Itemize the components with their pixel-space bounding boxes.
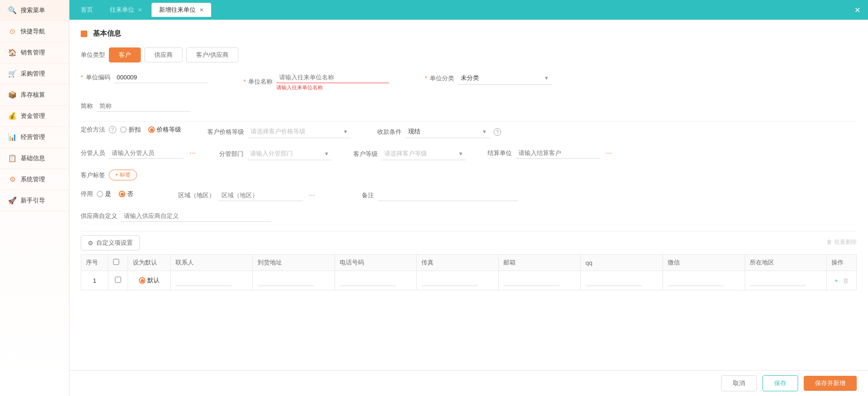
save-new-button[interactable]: 保存并新增: [804, 376, 857, 391]
col-actions: 操作: [827, 255, 857, 271]
wechat-input[interactable]: [668, 275, 724, 286]
row-region-input-field[interactable]: [750, 275, 806, 286]
payment-select[interactable]: 现结 ▼: [405, 125, 490, 138]
sidebar-item-quicknav[interactable]: ⊙ 快捷导航: [0, 21, 69, 42]
row-checkbox[interactable]: [115, 277, 121, 283]
customer-price-placeholder: 请选择客户价格等级: [251, 127, 305, 136]
purchase-icon: 🛒: [8, 69, 17, 78]
sidebar-item-basic[interactable]: 📋 基础信息: [0, 148, 69, 169]
unit-type-customer[interactable]: 客户: [109, 47, 141, 62]
tab-new-counterparty-close[interactable]: ✕: [199, 7, 204, 13]
row-default-circle: [139, 277, 145, 284]
contact-input[interactable]: [175, 275, 232, 286]
row-seq: 1: [81, 271, 108, 290]
col-email: 邮箱: [499, 255, 581, 271]
address-input[interactable]: [258, 275, 314, 286]
disabled-yes[interactable]: 是: [97, 190, 111, 198]
cancel-button[interactable]: 取消: [721, 375, 757, 391]
tab-counterparty-close[interactable]: ✕: [138, 7, 142, 13]
col-contact: 联系人: [170, 255, 252, 271]
code-input[interactable]: [114, 72, 208, 83]
region-dots[interactable]: ···: [307, 191, 317, 200]
sidebar-item-operations[interactable]: 📊 经营管理: [0, 127, 69, 148]
sidebar-item-inventory[interactable]: 📦 库存核算: [0, 85, 69, 106]
email-input[interactable]: [503, 275, 560, 286]
tab-counterparty[interactable]: 往来单位 ✕: [102, 3, 150, 17]
add-tag-button[interactable]: + 标签: [109, 170, 137, 180]
code-name-category-row: * 单位编码 * 单位名称 请输入往来单位名称 * 单位分类: [81, 72, 857, 91]
unit-type-both[interactable]: 客户/供应商: [186, 47, 238, 62]
disabled-label: 停用: [81, 190, 93, 198]
custom-settings-button[interactable]: ⚙ 自定义项设置: [81, 235, 140, 250]
manager-row: 分管人员 ··· 分管部门 请输入分管部门 ▼ 客户等级 请选择客户等级 ▼: [81, 148, 857, 160]
row-default: 默认: [128, 271, 171, 290]
tab-home[interactable]: 首页: [73, 3, 100, 17]
alias-input[interactable]: [97, 101, 190, 112]
qq-input[interactable]: [586, 275, 642, 286]
remark-label: 备注: [362, 191, 374, 200]
sidebar-item-sales[interactable]: 🏠 销售管理: [0, 42, 69, 63]
sidebar-label-basic: 基础信息: [21, 154, 45, 163]
customer-level-chevron: ▼: [458, 151, 463, 156]
sidebar: 🔍 搜索菜单 ⊙ 快捷导航 🏠 销售管理 🛒 采购管理 📦 库存核算 💰 资金管…: [0, 0, 69, 396]
row-check: [108, 271, 128, 290]
main-area: 首页 往来单位 ✕ 新增往来单位 ✕ ✕ 基本信息 单位类型 客户 供应商 客户…: [69, 0, 868, 396]
section-header: 基本信息: [81, 29, 857, 38]
supplier-custom-input[interactable]: [121, 210, 271, 222]
name-input[interactable]: [276, 72, 389, 83]
unit-type-supplier[interactable]: 供应商: [145, 47, 183, 62]
unit-type-group: 客户 供应商 客户/供应商: [109, 47, 238, 62]
payment-help-icon[interactable]: ?: [494, 128, 501, 136]
pricing-help-icon[interactable]: ?: [109, 126, 116, 133]
sidebar-label-purchase: 采购管理: [21, 70, 45, 78]
settlement-dots[interactable]: ···: [604, 149, 614, 157]
sidebar-label-system: 系统管理: [21, 175, 45, 184]
tab-new-counterparty[interactable]: 新增往来单位 ✕: [152, 3, 211, 17]
category-chevron: ▼: [544, 75, 549, 81]
settlement-field: 结算单位 ···: [487, 148, 614, 159]
sales-icon: 🏠: [8, 48, 17, 57]
pricing-discount[interactable]: 折扣: [120, 125, 141, 134]
sidebar-item-search[interactable]: 🔍 搜索菜单: [0, 0, 69, 21]
row-add-btn[interactable]: +: [835, 277, 838, 284]
save-button[interactable]: 保存: [762, 375, 798, 391]
customer-price-select[interactable]: 请选择客户价格等级 ▼: [248, 125, 351, 138]
fax-input[interactable]: [421, 275, 478, 286]
tags-row: 客户标签 + 标签: [81, 170, 857, 180]
row-delete-btn[interactable]: 🗑: [843, 277, 849, 284]
disabled-yes-circle: [97, 191, 103, 197]
close-all-tabs[interactable]: ✕: [851, 6, 864, 15]
col-phone: 电话号码: [335, 255, 417, 271]
remark-input[interactable]: [378, 190, 518, 201]
phone-input[interactable]: [340, 275, 396, 286]
alias-field: 简称: [81, 101, 190, 112]
col-seq: 序号: [81, 255, 108, 271]
alias-label: 简称: [81, 102, 93, 110]
customer-price-field: 客户价格等级 请选择客户价格等级 ▼: [207, 125, 351, 138]
select-all-checkbox[interactable]: [113, 259, 119, 265]
region-input[interactable]: [219, 190, 303, 201]
batch-delete-btn[interactable]: 🗑 批量删除: [827, 238, 857, 246]
manager-dots[interactable]: ···: [188, 149, 198, 157]
sidebar-label-inventory: 库存核算: [21, 91, 45, 99]
customer-level-select[interactable]: 请选择客户等级 ▼: [381, 148, 466, 160]
tab-bar: 首页 往来单位 ✕ 新增往来单位 ✕ ✕: [69, 0, 868, 20]
col-wechat: 微信: [662, 255, 745, 271]
sidebar-item-system[interactable]: ⚙ 系统管理: [0, 169, 69, 190]
settlement-input[interactable]: [516, 148, 600, 159]
sidebar-item-finance[interactable]: 💰 资金管理: [0, 106, 69, 127]
bottom-bar: 取消 保存 保存并新增: [69, 370, 868, 396]
code-field: * 单位编码: [81, 72, 208, 83]
dept-select[interactable]: 请输入分管部门 ▼: [247, 148, 332, 160]
customer-level-field: 客户等级 请选择客户等级 ▼: [353, 148, 466, 160]
row-default-radio[interactable]: 默认: [133, 276, 166, 285]
manager-input[interactable]: [109, 148, 184, 159]
category-select[interactable]: 未分类 ▼: [458, 72, 552, 85]
sidebar-label-finance: 资金管理: [21, 112, 45, 120]
sidebar-item-newbie[interactable]: 🚀 新手引导: [0, 190, 69, 211]
search-icon: 🔍: [8, 6, 17, 15]
sidebar-item-purchase[interactable]: 🛒 采购管理: [0, 63, 69, 85]
payment-field: 收款条件 现结 ▼ ?: [377, 125, 501, 138]
disabled-no[interactable]: 否: [119, 190, 133, 198]
pricing-price-level[interactable]: 价格等级: [148, 125, 181, 134]
